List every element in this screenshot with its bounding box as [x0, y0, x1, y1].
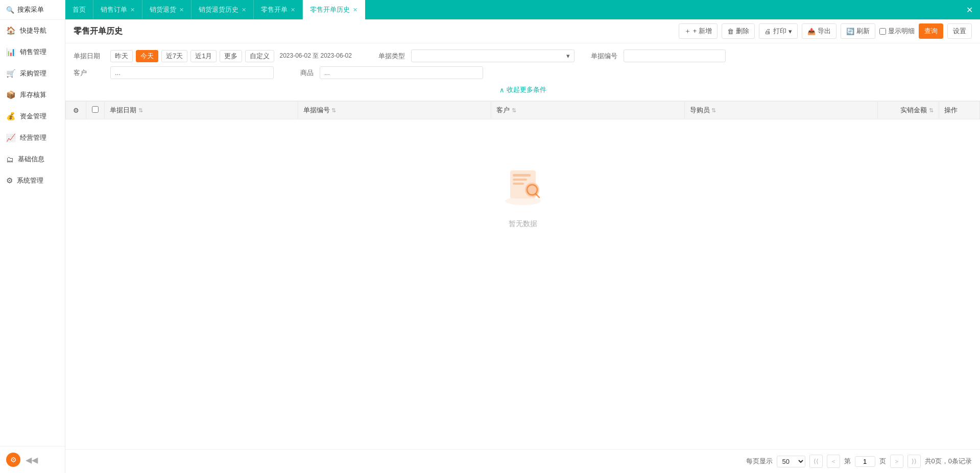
svg-rect-4	[513, 183, 524, 185]
tab-retail-open-close-icon[interactable]: ✕	[291, 7, 295, 13]
tab-retail-open[interactable]: 零售开单 ✕	[254, 0, 303, 19]
sidebar-search[interactable]: 🔍 搜索采单	[0, 0, 65, 20]
col-actions-label: 操作	[944, 106, 958, 114]
filter-area: 单据日期 昨天 今天 近7天 近1月 更多 自定义	[65, 43, 980, 101]
doc-type-select[interactable]: ▾	[411, 49, 575, 62]
date-btn-1month[interactable]: 近1月	[190, 50, 217, 62]
delete-button[interactable]: 🗑 删除	[722, 23, 755, 39]
sort-customer-icon: ⇅	[512, 107, 516, 113]
print-button[interactable]: 🖨 打印 ▾	[759, 23, 798, 39]
close-all-tabs-btn[interactable]: ✕	[959, 5, 980, 15]
settings-btn[interactable]: ⚙	[6, 453, 20, 467]
sidebar-item-sales-mgmt[interactable]: 📊 销售管理	[0, 41, 65, 63]
sidebar-item-basic-info[interactable]: 🗂 基础信息	[0, 148, 65, 170]
home-icon: 🏠	[6, 26, 16, 35]
empty-text: 暂无数据	[509, 219, 537, 229]
date-btn-7days[interactable]: 近7天	[161, 50, 187, 62]
tab-home[interactable]: 首页	[65, 0, 93, 19]
col-customer-label: 客户	[496, 106, 510, 114]
date-btn-custom[interactable]: 自定义	[245, 50, 274, 62]
next-page-btn[interactable]: ＞	[890, 455, 903, 468]
product-select[interactable]: ...	[320, 66, 483, 79]
tab-sales-order[interactable]: 销售订单 ✕	[93, 0, 142, 19]
display-detail-checkbox[interactable]	[879, 28, 886, 35]
date-range-display: 2023-06-02 至 2023-06-02	[279, 52, 351, 60]
tab-home-label: 首页	[73, 5, 86, 14]
display-detail-toggle[interactable]: 显示明细	[879, 27, 915, 36]
doc-num-label: 单据编号	[591, 52, 617, 61]
tab-sales-return-history-label: 销货退货历史	[199, 5, 238, 14]
filter-row-1: 单据日期 昨天 今天 近7天 近1月 更多 自定义	[74, 49, 972, 62]
col-date[interactable]: 单据日期 ⇅	[105, 102, 298, 119]
collapse-conditions-btn[interactable]: ∧ 收起更多条件	[74, 83, 972, 96]
sys-icon: ⚙	[6, 176, 13, 185]
collapse-sidebar-btn[interactable]: ◀◀	[25, 453, 39, 467]
page-num-input[interactable]	[855, 456, 875, 467]
per-page-label: 每页显示	[746, 457, 773, 466]
customer-filter-label: 客户	[74, 68, 104, 78]
settings-label: 设置	[953, 27, 966, 36]
query-button[interactable]: 查询	[919, 23, 943, 39]
export-button[interactable]: 📤 导出	[802, 23, 836, 39]
date-btn-yesterday-label: 昨天	[115, 52, 128, 60]
product-placeholder: ...	[324, 69, 330, 77]
select-all-checkbox[interactable]	[92, 106, 99, 113]
col-checkbox[interactable]	[86, 102, 105, 119]
add-label: + 新增	[693, 27, 712, 36]
collapse-conditions-label: 收起更多条件	[507, 85, 546, 94]
tab-sales-return[interactable]: 销货退货 ✕	[142, 0, 192, 19]
empty-illustration	[497, 160, 548, 211]
export-label: 导出	[818, 27, 831, 36]
date-btn-custom-label: 自定义	[250, 52, 270, 60]
sidebar-item-sys-mgmt[interactable]: ⚙ 系统管理	[0, 170, 65, 191]
refresh-button[interactable]: 🔄 刷新	[841, 23, 875, 39]
page-label: 第	[844, 457, 851, 466]
tab-bar: 首页 销售订单 ✕ 销货退货 ✕ 销货退货历史 ✕ 零售开单 ✕ 零售开单历史 …	[65, 0, 980, 19]
date-btn-more-label: 更多	[224, 52, 237, 60]
per-page-select[interactable]: 50 100 200	[777, 456, 805, 467]
prev-page-btn[interactable]: ＜	[827, 455, 840, 468]
last-page-btn[interactable]: ⟩⟩	[907, 455, 921, 468]
page-suffix: 页	[879, 457, 886, 466]
col-doc-num-label: 单据编号	[303, 106, 330, 114]
sidebar-item-inventory[interactable]: 📦 库存核算	[0, 84, 65, 106]
query-label: 查询	[924, 27, 938, 36]
chevron-up-icon: ∧	[499, 86, 505, 94]
col-actions: 操作	[939, 102, 980, 119]
table-area: ⚙ 单据日期 ⇅ 单据编号 ⇅ 客户	[65, 101, 980, 449]
date-btn-more[interactable]: 更多	[220, 50, 242, 62]
date-btn-yesterday[interactable]: 昨天	[110, 50, 133, 62]
sidebar-item-operations[interactable]: 📈 经营管理	[0, 127, 65, 148]
col-guide[interactable]: 导购员 ⇅	[684, 102, 878, 119]
col-doc-num[interactable]: 单据编号 ⇅	[298, 102, 491, 119]
col-customer[interactable]: 客户 ⇅	[491, 102, 685, 119]
tab-sales-return-history-close-icon[interactable]: ✕	[242, 7, 246, 13]
col-guide-label: 导购员	[690, 106, 710, 114]
sidebar-item-purchase-mgmt[interactable]: 🛒 采购管理	[0, 63, 65, 84]
doc-num-input[interactable]	[624, 49, 726, 62]
tab-retail-history-close-icon[interactable]: ✕	[353, 7, 357, 13]
add-icon: ＋	[684, 27, 691, 36]
svg-rect-2	[513, 174, 531, 177]
sidebar-item-finance[interactable]: 💰 资金管理	[0, 106, 65, 127]
tab-sales-return-close-icon[interactable]: ✕	[179, 7, 184, 13]
date-btn-today[interactable]: 今天	[136, 50, 158, 62]
date-filter-label: 单据日期	[74, 52, 104, 61]
tab-sales-order-close-icon[interactable]: ✕	[130, 7, 135, 13]
refresh-icon: 🔄	[846, 28, 854, 35]
customer-select[interactable]: ...	[110, 66, 274, 79]
col-amount[interactable]: 实销金额 ⇅	[878, 102, 939, 119]
date-quick-buttons: 昨天 今天 近7天 近1月 更多 自定义 2023-06-02 至 2023-0…	[110, 50, 352, 62]
customer-placeholder: ...	[115, 69, 121, 77]
settings-button[interactable]: 设置	[947, 23, 972, 39]
folder-icon: 🗂	[6, 155, 14, 164]
toolbar-actions: ＋ + 新增 🗑 删除 🖨 打印 ▾ 📤 导出 🔄 刷新	[679, 23, 972, 39]
col-settings[interactable]: ⚙	[66, 102, 86, 119]
delete-icon: 🗑	[727, 28, 734, 35]
tab-sales-return-history[interactable]: 销货退货历史 ✕	[192, 0, 254, 19]
tab-retail-history[interactable]: 零售开单历史 ✕	[303, 0, 365, 19]
add-button[interactable]: ＋ + 新增	[679, 23, 718, 39]
sort-docnum-icon: ⇅	[331, 107, 336, 113]
first-page-btn[interactable]: ⟨⟨	[809, 455, 823, 468]
sidebar-item-quick-nav[interactable]: 🏠 快捷导航	[0, 20, 65, 41]
